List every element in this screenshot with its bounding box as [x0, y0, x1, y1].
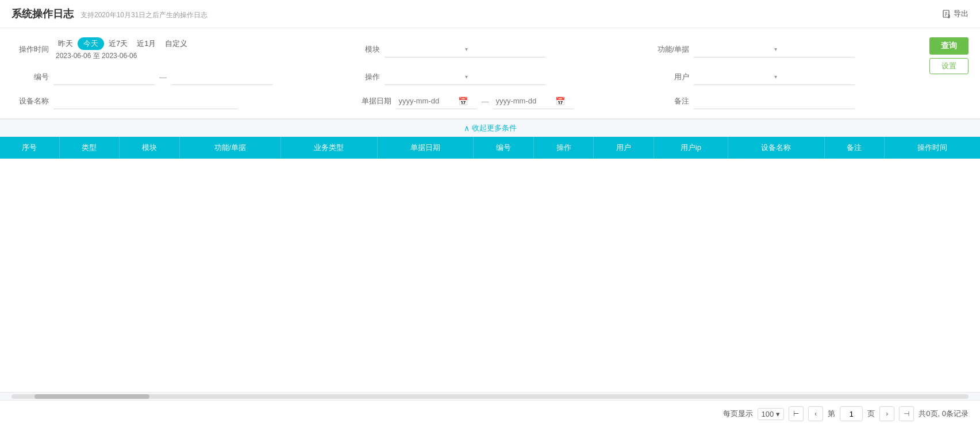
module-label: 模块 [357, 44, 380, 55]
time-btn-today[interactable]: 今天 [78, 37, 104, 50]
time-btn-custom[interactable]: 自定义 [160, 37, 192, 50]
number-start-input[interactable] [53, 69, 155, 85]
col-sequence: 序号 [0, 137, 59, 159]
number-filter-col: 编号 — [11, 69, 334, 85]
table-header-row: 序号 类型 模块 功能/单据 业务类型 单据日期 编号 操作 用户 用户ip 设… [0, 137, 980, 159]
pagination: 每页显示 100 ▾ ⊢ ‹ 第 页 › ⊣ 共0页, 0条记录 [0, 400, 980, 427]
col-business-type: 业务类型 [281, 137, 378, 159]
time-btn-7days[interactable]: 近7天 [104, 37, 132, 50]
operation-label: 操作 [357, 72, 380, 82]
page-header: 系统操作日志 支持2020年10月31日之后产生的操作日志 导出 [0, 0, 980, 28]
date-start-wrap: 📅 [396, 93, 476, 109]
filter-actions: 查询 设置 [918, 37, 969, 74]
collapse-label: 收起更多条件 [472, 123, 517, 133]
table-wrap: 序号 类型 模块 功能/单据 业务类型 单据日期 编号 操作 用户 用户ip 设… [0, 137, 980, 392]
empty-area [0, 159, 980, 354]
collapse-bar[interactable]: ∧ 收起更多条件 [0, 119, 980, 137]
col-remark: 备注 [824, 137, 884, 159]
date-end-wrap: 📅 [493, 93, 574, 109]
page-next-button[interactable]: › [879, 406, 894, 421]
scrollbar-thumb[interactable] [34, 394, 149, 399]
remark-filter-col: 备注 [649, 93, 918, 109]
voucher-date-col: 单据日期 📅 — 📅 [357, 93, 626, 109]
col-module: 模块 [120, 137, 179, 159]
function-filter-col: 功能/单据 ▾ [649, 41, 918, 57]
number-dash: — [159, 73, 167, 82]
settings-button[interactable]: 设置 [929, 58, 969, 74]
query-button[interactable]: 查询 [929, 37, 969, 55]
page-subtitle: 支持2020年10月31日之后产生的操作日志 [80, 10, 207, 20]
operation-filter-col: 操作 ▾ [357, 69, 626, 85]
user-label: 用户 [649, 72, 689, 82]
export-button[interactable]: 导出 [942, 9, 969, 19]
page-next-icon: › [886, 410, 888, 418]
page-prev-button[interactable]: ‹ [808, 406, 823, 421]
page-unit: 页 [867, 409, 875, 419]
filter-row-3: 设备名称 单据日期 📅 — 📅 [11, 93, 918, 109]
page-label: 第 [828, 409, 835, 419]
time-filter-col: 操作时间 昨天 今天 近7天 近1月 自定义 2023-06-06 至 2023… [11, 37, 334, 61]
number-end-input[interactable] [171, 69, 272, 85]
page-number-input[interactable] [840, 406, 863, 421]
col-function: 功能/单据 [179, 137, 280, 159]
page-title: 系统操作日志 [11, 7, 74, 21]
page-total: 共0页, 0条记录 [918, 409, 969, 419]
page-first-button[interactable]: ⊢ [789, 406, 804, 421]
col-operation-time: 操作时间 [884, 137, 980, 159]
function-select[interactable]: ▾ [694, 41, 855, 57]
col-operation: 操作 [533, 137, 593, 159]
function-chevron-icon: ▾ [774, 46, 852, 52]
export-label: 导出 [954, 9, 969, 19]
page-first-icon: ⊢ [793, 410, 799, 418]
module-select[interactable]: ▾ [385, 41, 545, 57]
collapse-chevron-icon: ∧ [464, 124, 470, 133]
page-last-button[interactable]: ⊣ [899, 406, 914, 421]
date-end-input[interactable] [495, 97, 553, 105]
remark-label: 备注 [649, 96, 689, 106]
time-range-display: 2023-06-06 至 2023-06-06 [56, 51, 192, 61]
header-left: 系统操作日志 支持2020年10月31日之后产生的操作日志 [11, 7, 207, 21]
time-btn-yesterday[interactable]: 昨天 [53, 37, 78, 50]
remark-input[interactable] [694, 93, 855, 109]
filter-main: 操作时间 昨天 今天 近7天 近1月 自定义 2023-06-06 至 2023… [11, 37, 969, 109]
export-icon [942, 9, 951, 18]
col-number: 编号 [474, 137, 533, 159]
module-filter-col: 模块 ▾ [357, 41, 626, 57]
col-user-ip: 用户ip [654, 137, 728, 159]
user-select[interactable]: ▾ [694, 69, 855, 85]
filter-row-2: 编号 — 操作 ▾ 用户 [11, 69, 918, 85]
filter-left: 操作时间 昨天 今天 近7天 近1月 自定义 2023-06-06 至 2023… [11, 37, 918, 109]
time-filter-group: 昨天 今天 近7天 近1月 自定义 [53, 37, 192, 50]
module-chevron-icon: ▾ [465, 46, 543, 52]
user-filter-col: 用户 ▾ [649, 69, 918, 85]
device-label: 设备名称 [11, 96, 49, 106]
page-size-value: 100 [762, 410, 774, 418]
filter-row-1: 操作时间 昨天 今天 近7天 近1月 自定义 2023-06-06 至 2023… [11, 37, 918, 61]
function-label: 功能/单据 [649, 44, 689, 55]
date-start-input[interactable] [398, 97, 456, 105]
time-label: 操作时间 [11, 44, 49, 55]
user-chevron-icon: ▾ [774, 74, 852, 80]
page-last-icon: ⊣ [904, 410, 909, 418]
scrollbar-track [11, 394, 969, 399]
operation-chevron-icon: ▾ [465, 74, 543, 80]
page-prev-icon: ‹ [814, 410, 817, 418]
page-size-select[interactable]: 100 ▾ [758, 408, 785, 420]
voucher-date-label: 单据日期 [357, 96, 391, 106]
col-type: 类型 [59, 137, 119, 159]
filter-area: 操作时间 昨天 今天 近7天 近1月 自定义 2023-06-06 至 2023… [0, 28, 980, 119]
time-btn-1month[interactable]: 近1月 [132, 37, 160, 50]
scrollbar-area[interactable] [0, 392, 980, 400]
operation-select[interactable]: ▾ [385, 69, 545, 85]
calendar-end-icon[interactable]: 📅 [555, 97, 565, 106]
device-filter-col: 设备名称 [11, 93, 334, 109]
per-page-label: 每页显示 [723, 409, 753, 419]
data-table: 序号 类型 模块 功能/单据 业务类型 单据日期 编号 操作 用户 用户ip 设… [0, 137, 980, 159]
number-label: 编号 [11, 72, 49, 82]
calendar-start-icon[interactable]: 📅 [458, 97, 468, 106]
col-device: 设备名称 [728, 137, 824, 159]
page-size-chevron-icon: ▾ [776, 410, 780, 418]
device-input[interactable] [53, 93, 237, 109]
col-user: 用户 [594, 137, 654, 159]
col-voucher-date: 单据日期 [377, 137, 474, 159]
